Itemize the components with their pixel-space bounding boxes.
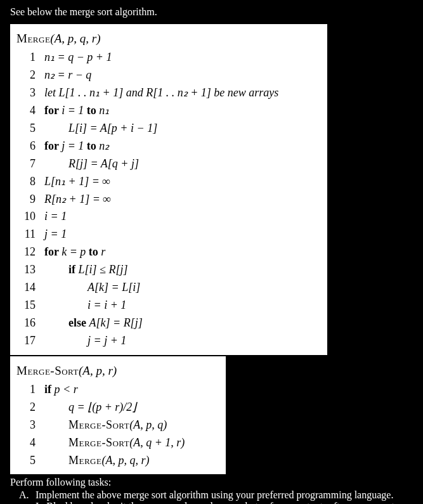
merge-line-14: 14 A[k] = L[i] bbox=[16, 279, 321, 297]
msort-line-1: 1 if p < r bbox=[16, 381, 219, 399]
line-number: 1 bbox=[16, 381, 44, 399]
kw-to: to bbox=[87, 139, 100, 152]
code: Merge(A, p, q, r) bbox=[44, 452, 149, 470]
merge-fn-name: Merge bbox=[16, 32, 50, 45]
line-number: 1 bbox=[16, 49, 44, 67]
line-number: 14 bbox=[16, 279, 44, 297]
merge-line-1: 1 n₁ = q − p + 1 bbox=[16, 49, 321, 67]
code: for k = p to r bbox=[44, 243, 105, 261]
line-number: 16 bbox=[16, 314, 44, 332]
merge-line-2: 2 n₂ = r − q bbox=[16, 67, 321, 84]
code: if p < r bbox=[44, 381, 78, 399]
code: i = i + 1 bbox=[44, 297, 126, 314]
merge-signature: Merge(A, p, q, r) bbox=[16, 29, 321, 48]
msort-line-4: 4 Merge-Sort(A, q + 1, r) bbox=[16, 434, 219, 452]
line-number: 3 bbox=[16, 84, 44, 102]
code-text: k = p bbox=[62, 245, 89, 258]
line-number: 3 bbox=[16, 417, 44, 434]
code-text: p < r bbox=[55, 383, 78, 396]
code-text: L[i] ≤ R[j] bbox=[79, 263, 128, 276]
code: L[i] = A[p + i − 1] bbox=[44, 120, 157, 138]
code: i = 1 bbox=[44, 208, 67, 226]
line-number: 6 bbox=[16, 138, 44, 155]
line-number: 11 bbox=[16, 226, 44, 243]
code: L[n₁ + 1] = ∞ bbox=[44, 173, 110, 191]
merge-sort-algorithm-box: Merge-Sort(A, p, r) 1 if p < r 2 q = ⌊(p… bbox=[10, 356, 226, 475]
merge-line-11: 11 j = 1 bbox=[16, 226, 321, 243]
code: j = j + 1 bbox=[44, 332, 126, 350]
code: q = ⌊(p + r)/2⌋ bbox=[44, 399, 136, 417]
merge-fn-args: (A, p, q, r) bbox=[50, 32, 100, 45]
fn-args: (A, p, q, r) bbox=[101, 454, 149, 467]
line-number: 5 bbox=[16, 452, 44, 470]
line-number: 5 bbox=[16, 120, 44, 138]
merge-line-7: 7 R[j] = A[q + j] bbox=[16, 155, 321, 173]
merge-line-17: 17 j = j + 1 bbox=[16, 332, 321, 350]
kw-for: for bbox=[44, 104, 62, 117]
page: See below the merge sort algorithm. Merg… bbox=[0, 0, 423, 504]
code: R[n₂ + 1] = ∞ bbox=[44, 191, 111, 209]
line-number: 17 bbox=[16, 332, 44, 350]
code: n₁ = q − p + 1 bbox=[44, 49, 112, 67]
line-number: 13 bbox=[16, 261, 44, 279]
msort-line-5: 5 Merge(A, p, q, r) bbox=[16, 452, 219, 470]
task-a: A. Implement the above merge sort algori… bbox=[36, 489, 413, 504]
code-text: j = 1 bbox=[62, 139, 87, 152]
code-text: let L[1 . . n₁ + 1] and R[1 . . n₂ + 1] … bbox=[44, 86, 278, 99]
code: if L[i] ≤ R[j] bbox=[44, 261, 127, 279]
task-list: A. Implement the above merge sort algori… bbox=[10, 489, 413, 504]
merge-algorithm-box: Merge(A, p, q, r) 1 n₁ = q − p + 1 2 n₂ … bbox=[10, 24, 327, 355]
merge-sort-fn-args: (A, p, r) bbox=[79, 364, 117, 377]
code: n₂ = r − q bbox=[44, 67, 91, 84]
code-text: n₁ bbox=[99, 104, 109, 117]
merge-line-9: 9 R[n₂ + 1] = ∞ bbox=[16, 191, 321, 209]
code: for i = 1 to n₁ bbox=[44, 102, 109, 120]
line-number: 15 bbox=[16, 297, 44, 314]
fn-call: Merge-Sort bbox=[68, 418, 129, 431]
kw-for: for bbox=[44, 139, 62, 152]
code: for j = 1 to n₂ bbox=[44, 138, 109, 155]
code-text: r bbox=[101, 245, 105, 258]
kw-if: if bbox=[44, 383, 55, 396]
line-number: 2 bbox=[16, 67, 44, 84]
line-number: 9 bbox=[16, 191, 44, 209]
task-a-line1: Implement the above merge sort algorithm… bbox=[36, 489, 393, 500]
fn-call: Merge-Sort bbox=[68, 436, 129, 449]
line-number: 4 bbox=[16, 102, 44, 120]
tasks-section: Perform following tasks: A. Implement th… bbox=[10, 477, 413, 504]
code: let L[1 . . n₁ + 1] and R[1 . . n₂ + 1] … bbox=[44, 84, 278, 102]
merge-line-6: 6 for j = 1 to n₂ bbox=[16, 138, 321, 155]
code: Merge-Sort(A, q + 1, r) bbox=[44, 434, 185, 452]
code: A[k] = L[i] bbox=[44, 279, 140, 297]
merge-line-4: 4 for i = 1 to n₁ bbox=[16, 102, 321, 120]
task-a-label: A. bbox=[19, 489, 33, 501]
merge-line-5: 5 L[i] = A[p + i − 1] bbox=[16, 120, 321, 138]
code-text: n₂ bbox=[99, 139, 109, 152]
tasks-header: Perform following tasks: bbox=[10, 477, 413, 488]
code-text: i = 1 bbox=[62, 104, 87, 117]
merge-line-15: 15 i = i + 1 bbox=[16, 297, 321, 314]
merge-line-12: 12 for k = p to r bbox=[16, 243, 321, 261]
line-number: 4 bbox=[16, 434, 44, 452]
merge-line-10: 10 i = 1 bbox=[16, 208, 321, 226]
kw-for: for bbox=[44, 245, 62, 258]
msort-line-2: 2 q = ⌊(p + r)/2⌋ bbox=[16, 399, 219, 417]
kw-to: to bbox=[89, 245, 101, 258]
code: else A[k] = R[j] bbox=[44, 314, 143, 332]
line-number: 12 bbox=[16, 243, 44, 261]
code-text: A[k] = R[j] bbox=[89, 316, 142, 329]
msort-line-3: 3 Merge-Sort(A, p, q) bbox=[16, 417, 219, 434]
merge-sort-fn-name: Merge-Sort bbox=[16, 364, 79, 377]
merge-line-13: 13 if L[i] ≤ R[j] bbox=[16, 261, 321, 279]
kw-to: to bbox=[87, 104, 100, 117]
line-number: 2 bbox=[16, 399, 44, 417]
line-number: 10 bbox=[16, 208, 44, 226]
kw-else: else bbox=[68, 316, 89, 329]
intro-text: See below the merge sort algorithm. bbox=[10, 6, 413, 18]
code: Merge-Sort(A, p, q) bbox=[44, 417, 167, 434]
line-number: 8 bbox=[16, 173, 44, 191]
merge-sort-signature: Merge-Sort(A, p, r) bbox=[16, 361, 219, 380]
fn-args: (A, q + 1, r) bbox=[129, 436, 185, 449]
kw-if: if bbox=[68, 263, 79, 276]
code: R[j] = A[q + j] bbox=[44, 155, 139, 173]
